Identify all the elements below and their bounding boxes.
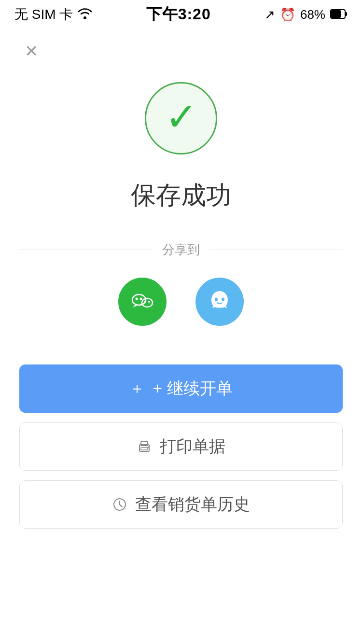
status-bar: 无 SIM 卡 下午3:20 ↗ ⏰ 68% [0, 0, 362, 29]
print-button[interactable]: 打印单据 [19, 422, 343, 471]
svg-rect-15 [141, 448, 148, 450]
close-button-wrapper: × [19, 29, 343, 82]
svg-point-7 [144, 301, 146, 303]
print-icon [137, 439, 152, 454]
close-icon: × [25, 40, 38, 61]
continue-order-button[interactable]: ＋ + 继续开单 [19, 364, 343, 413]
history-icon [112, 497, 127, 512]
no-sim-text: 无 SIM 卡 [14, 5, 73, 24]
wechat-share-button[interactable] [118, 278, 167, 326]
share-divider: 分享到 [19, 241, 343, 258]
main-content: × ✓ 保存成功 分享到 [0, 29, 362, 529]
status-left: 无 SIM 卡 [14, 5, 92, 24]
svg-point-6 [140, 298, 142, 300]
checkmark-icon: ✓ [165, 98, 197, 137]
battery-icon [330, 7, 348, 22]
wifi-icon [78, 7, 92, 22]
success-icon-circle: ✓ [145, 82, 217, 154]
svg-point-16 [148, 447, 149, 448]
svg-point-8 [148, 301, 150, 303]
share-icons-row [118, 278, 244, 326]
history-button[interactable]: 查看销货单历史 [19, 480, 343, 529]
svg-point-5 [136, 298, 138, 300]
status-right: ↗ ⏰ 68% [265, 7, 348, 22]
alarm-icon: ⏰ [280, 7, 295, 22]
svg-point-10 [222, 298, 224, 301]
wechat-icon [128, 287, 157, 316]
svg-point-12 [223, 302, 227, 305]
continue-order-label: + 继续开单 [153, 378, 232, 400]
divider-right [209, 250, 343, 250]
svg-rect-2 [331, 10, 341, 18]
svg-point-9 [215, 298, 218, 301]
svg-point-4 [142, 298, 153, 307]
plus-icon: ＋ [129, 378, 145, 399]
qq-icon [205, 287, 234, 316]
history-label: 查看销货单历史 [135, 493, 250, 516]
action-buttons: ＋ + 继续开单 打印单据 查看销货单历史 [19, 364, 343, 529]
location-icon: ↗ [265, 7, 275, 22]
close-button[interactable]: × [19, 39, 43, 63]
battery-text: 68% [300, 7, 325, 22]
svg-rect-1 [345, 12, 347, 16]
print-label: 打印单据 [160, 435, 225, 458]
divider-left [19, 250, 153, 250]
svg-point-11 [212, 302, 216, 305]
share-label: 分享到 [162, 241, 200, 258]
status-time: 下午3:20 [146, 4, 211, 25]
qq-share-button[interactable] [195, 278, 244, 326]
success-title: 保存成功 [131, 179, 231, 212]
